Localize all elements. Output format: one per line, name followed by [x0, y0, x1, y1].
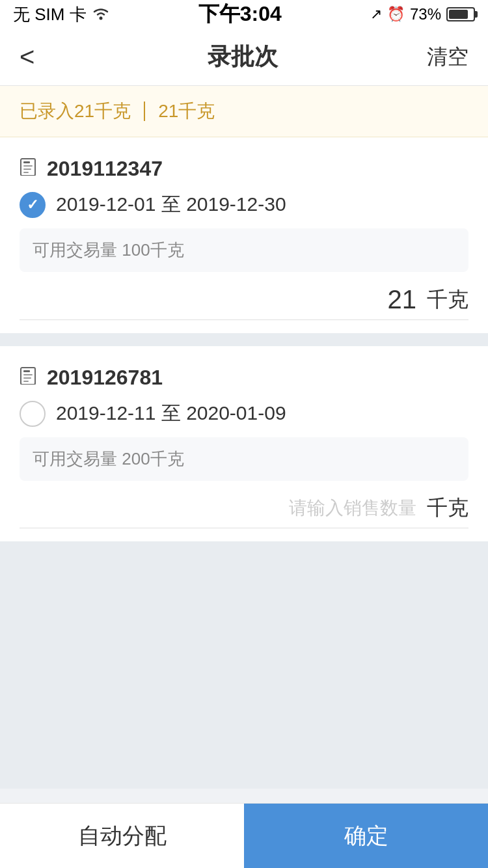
svg-point-0 — [99, 16, 102, 20]
quantity-input-2[interactable] — [221, 498, 416, 519]
quantity-underline-1: 千克 — [20, 285, 468, 320]
batch-date-2: 2019-12-11 至 2020-01-09 — [56, 400, 286, 427]
recorded-label: 已录入21千克 — [20, 99, 131, 124]
page-title: 录批次 — [208, 41, 278, 73]
recorded-value: 21千克 — [158, 99, 215, 124]
banner-divider — [144, 102, 145, 121]
batch-id-2: 2019126781 — [47, 366, 163, 390]
info-banner: 已录入21千克 21千克 — [0, 86, 488, 137]
alarm-icon: ⏰ — [387, 6, 405, 23]
batch-date-row-2[interactable]: 2019-12-11 至 2020-01-09 — [20, 400, 468, 427]
radio-btn-2[interactable] — [20, 401, 46, 427]
nav-bar: < 录批次 清空 — [0, 29, 488, 86]
batch-item-1: 2019112347 2019-12-01 至 2019-12-30 可用交易量… — [0, 137, 488, 272]
batch-quota-2: 可用交易量 200千克 — [20, 437, 468, 481]
batch-header-2: 2019126781 — [20, 366, 468, 390]
quantity-input-1[interactable] — [338, 285, 416, 314]
batch-item-2: 2019126781 2019-12-11 至 2020-01-09 可用交易量… — [0, 346, 488, 481]
clear-button[interactable]: 清空 — [427, 43, 468, 72]
doc-icon-2 — [20, 366, 39, 389]
wifi-icon — [92, 5, 110, 25]
unit-label-1: 千克 — [427, 286, 468, 314]
batch-header-1: 2019112347 — [20, 157, 468, 181]
batch-quantity-row-1: 千克 — [0, 272, 488, 333]
radio-btn-1[interactable] — [20, 192, 46, 218]
batch-quantity-row-2: 千克 — [0, 481, 488, 541]
svg-rect-1 — [21, 159, 35, 176]
svg-rect-7 — [23, 370, 30, 372]
batch-card-2: 2019126781 2019-12-11 至 2020-01-09 可用交易量… — [0, 346, 488, 541]
svg-rect-2 — [23, 161, 30, 163]
status-left: 无 SIM 卡 — [13, 3, 110, 26]
back-button[interactable]: < — [20, 42, 59, 72]
section-divider — [0, 333, 488, 346]
location-icon: ↗ — [370, 6, 382, 23]
batch-date-row-1[interactable]: 2019-12-01 至 2019-12-30 — [20, 191, 468, 218]
auto-distribute-button[interactable]: 自动分配 — [0, 804, 244, 868]
svg-rect-5 — [23, 172, 29, 173]
sim-label: 无 SIM 卡 — [13, 3, 87, 26]
svg-rect-8 — [23, 374, 33, 375]
svg-rect-6 — [21, 368, 35, 385]
bottom-bar: 自动分配 确定 — [0, 803, 488, 868]
svg-rect-3 — [23, 165, 33, 167]
unit-label-2: 千克 — [427, 494, 468, 522]
empty-area — [0, 541, 488, 789]
batch-date-1: 2019-12-01 至 2019-12-30 — [56, 191, 286, 218]
svg-rect-4 — [23, 169, 31, 170]
battery-icon — [446, 7, 475, 21]
status-bar: 无 SIM 卡 下午3:04 ↗ ⏰ 73% — [0, 0, 488, 29]
svg-rect-9 — [23, 377, 31, 379]
svg-rect-10 — [23, 381, 29, 382]
batch-quota-1: 可用交易量 100千克 — [20, 228, 468, 272]
confirm-button[interactable]: 确定 — [244, 804, 488, 868]
batch-card-1: 2019112347 2019-12-01 至 2019-12-30 可用交易量… — [0, 137, 488, 333]
batch-id-1: 2019112347 — [47, 157, 163, 181]
status-time: 下午3:04 — [198, 0, 282, 29]
doc-icon-1 — [20, 157, 39, 180]
quantity-underline-2: 千克 — [20, 494, 468, 528]
status-right: ↗ ⏰ 73% — [370, 5, 475, 23]
battery-percent: 73% — [410, 5, 441, 23]
